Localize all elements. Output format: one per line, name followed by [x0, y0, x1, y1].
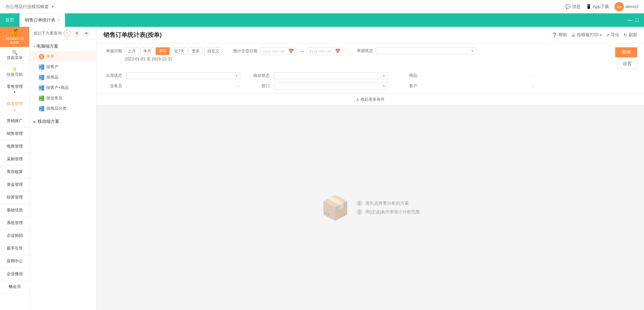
print-arrow: ▾: [600, 33, 602, 37]
top-bar: 办公用品行业模拟账套 ▾ 💬 消息 📱 App下载 Ea demo2: [0, 0, 644, 13]
help-icon: ❓: [552, 33, 557, 38]
pay-status-select[interactable]: ▾: [274, 72, 388, 79]
app-dropdown-arrow[interactable]: ▾: [52, 4, 54, 9]
left-panel: 按以下方案查询 + ⚙ ≪ ▾ 电脑端方案 按 按单 按客 按客户: [30, 27, 97, 310]
app-center-label: 应用中心: [7, 258, 23, 264]
scheme-by-customer-goods[interactable]: 按客 按客户+商品: [30, 83, 96, 93]
scheme-by-customer[interactable]: 按客 按客户: [30, 62, 96, 72]
salesperson-dots[interactable]: ···: [236, 84, 240, 89]
pc-scheme-group: ▾ 电脑端方案 按 按单 按客 按客户 按商 按商品 按客 按客户+商品: [30, 40, 96, 115]
date-btn-custom[interactable]: 自定义: [204, 47, 222, 55]
help-btn[interactable]: ❓ 帮助: [552, 32, 567, 38]
scheme-icon-order: 按: [39, 54, 44, 59]
dept-select[interactable]: ▾: [274, 83, 388, 90]
new-guide-label: 新手引导: [7, 246, 23, 251]
hint-1-num: 1: [357, 200, 363, 206]
scheme-by-category[interactable]: 按商 按商品分类: [30, 103, 96, 114]
add-scheme-btn[interactable]: +: [64, 30, 71, 37]
date-btn-more[interactable]: 更多: [189, 47, 203, 55]
corp-collab-label: 企业协同: [7, 233, 23, 239]
sidebar-item-sales[interactable]: 销售管理: [0, 127, 29, 140]
customer-dots[interactable]: ···: [531, 84, 535, 89]
empty-hint-1: 1 请先选择要分析的方案: [357, 200, 420, 206]
dept-arrow: ▾: [383, 84, 385, 88]
sidebar-quick-nav[interactable]: ⚡ 快捷导航: [0, 64, 29, 81]
scheme-by-salesperson[interactable]: 按业 按业务员: [30, 93, 96, 103]
sidebar-item-new-guide[interactable]: 新手引导: [0, 242, 29, 255]
tab-sales-order[interactable]: 销售订单统计表 ×: [19, 13, 65, 27]
member-label: 畅会员: [9, 284, 21, 290]
action-buttons: 查询 设置: [615, 47, 637, 69]
date-btn-last-7[interactable]: 近7天: [171, 47, 187, 55]
sidebar-item-finance[interactable]: 资金管理: [0, 178, 29, 191]
user-profile[interactable]: Ea demo2: [614, 2, 639, 11]
message-btn[interactable]: 💬 消息: [565, 4, 581, 10]
status-label: 单据状态: [354, 48, 373, 54]
sidebar-item-operations[interactable]: 经营管理: [0, 191, 29, 204]
operations-label: 经营管理: [7, 195, 23, 200]
date-btn-this-month[interactable]: 本月: [140, 47, 154, 55]
scheme-label-order: 按单: [46, 54, 54, 59]
scheme-settings-btn[interactable]: ⚙: [73, 30, 80, 37]
sidebar-item-ecommerce[interactable]: 电商管理: [0, 140, 29, 153]
scheme-icon-goods: 按商: [39, 75, 44, 80]
tab-close-icon[interactable]: ×: [57, 18, 60, 22]
sidebar-item-wechat[interactable]: 企业微信: [0, 268, 29, 280]
date-btn-this-year[interactable]: 本年: [156, 47, 170, 55]
scheme-by-order[interactable]: 按 按单: [30, 51, 96, 62]
expected-date-label: 预计交货日期: [233, 48, 257, 54]
sidebar-item-wholesale[interactable]: 批发管理 ▴: [0, 98, 29, 115]
date-btn-last-month[interactable]: 上月: [125, 47, 139, 55]
tab-home[interactable]: 首页: [0, 13, 19, 27]
ecommerce-label: 电商管理: [7, 144, 23, 149]
refresh-btn[interactable]: ↻ 刷新: [624, 32, 637, 38]
sidebar-item-system[interactable]: 系统管理: [0, 217, 29, 229]
wholesale-label: 批发管理: [7, 101, 23, 107]
scheme-collapse-btn[interactable]: ≪: [83, 30, 90, 37]
app-download-label: App下载: [593, 4, 609, 10]
nav-tab-actions: — □: [627, 17, 644, 23]
sidebar-item-marketing[interactable]: 营销推广: [0, 115, 29, 127]
print-btn[interactable]: 🖨 按模板打印 ▾: [571, 32, 602, 38]
expected-date-from[interactable]: yyyy-mm-dd 📅: [260, 47, 297, 55]
expected-date-to[interactable]: yyyy-mm-dd 📅: [307, 47, 343, 55]
scheme-label-category: 按商品分类: [46, 106, 66, 111]
out-status-select[interactable]: ▾: [126, 72, 240, 79]
sidebar-search-menu[interactable]: 🔍 搜索菜单: [0, 47, 29, 64]
window-min-btn[interactable]: —: [627, 17, 633, 23]
sidebar-item-purchase[interactable]: 采购管理: [0, 153, 29, 166]
window-max-btn[interactable]: □: [635, 17, 639, 23]
out-status-label: 出库状态: [103, 73, 122, 79]
retail-label: 零售管理: [7, 84, 23, 90]
top-bar-right: 💬 消息 📱 App下载 Ea demo2: [565, 2, 639, 11]
sidebar-item-basic-info[interactable]: 基础信息: [0, 204, 29, 217]
goods-dots[interactable]: ···: [531, 73, 535, 79]
scheme-label-customer: 按客户: [46, 64, 58, 70]
app-download-btn[interactable]: 📱 App下载: [586, 4, 609, 10]
pc-scheme-group-header[interactable]: ▾ 电脑端方案: [30, 41, 96, 51]
scheme-by-goods[interactable]: 按商 按商品: [30, 72, 96, 83]
pc-group-label: 电脑端方案: [37, 43, 58, 49]
scheme-icon-sales: 按业: [39, 96, 44, 101]
refresh-label: 刷新: [629, 32, 637, 38]
filter-settings-btn[interactable]: 设置: [617, 59, 637, 69]
content-area: 按以下方案查询 + ⚙ ≪ ▾ 电脑端方案 按 按单 按客 按客户: [30, 27, 644, 310]
dept-label: 部门: [251, 83, 270, 89]
filter-row-3: 业务员 ··· 部门 ▾ 客户 ···: [103, 83, 637, 90]
query-btn[interactable]: 查询: [615, 47, 637, 57]
right-main: 销售订单统计表(按单) ❓ 帮助 🖨 按模板打印 ▾ ↗ 导出: [97, 27, 644, 310]
status-select[interactable]: ▾: [376, 47, 476, 54]
export-btn[interactable]: ↗ 导出: [606, 32, 620, 38]
out-status-arrow: ▾: [235, 74, 237, 78]
collapse-bar[interactable]: ∧ 收起更多条件: [97, 94, 644, 105]
sidebar-item-retail[interactable]: 零售管理 ▾: [0, 81, 29, 98]
sidebar-item-inventory[interactable]: 库存核算: [0, 166, 29, 178]
goods-label: 商品: [398, 73, 417, 79]
mobile-scheme-group-header[interactable]: ▶ 移动端方案: [30, 116, 96, 126]
sidebar-item-corp-collab[interactable]: 企业协同: [0, 229, 29, 242]
calendar-from-icon: 📅: [288, 49, 294, 54]
sidebar-item-member[interactable]: 畅会员: [0, 280, 29, 293]
sidebar-item-app-center[interactable]: 应用中心: [0, 255, 29, 268]
hint-2-num: 2: [357, 209, 363, 215]
scheme-label-goods: 按商品: [46, 74, 58, 80]
